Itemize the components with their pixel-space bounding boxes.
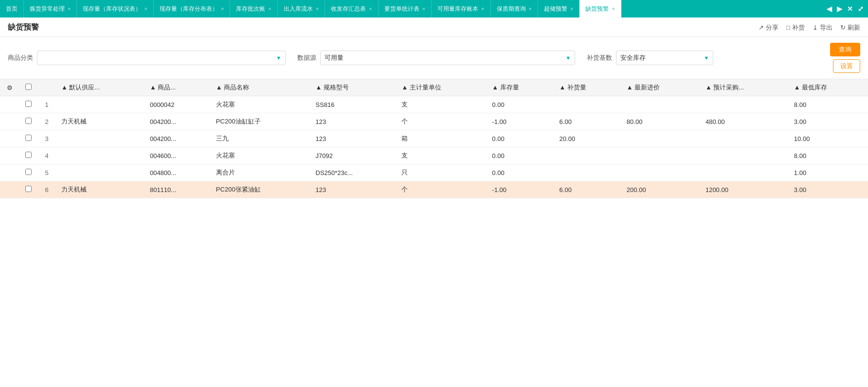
row-stock-3: 0.00	[487, 130, 554, 147]
th-estimated-purchase[interactable]: ▲ 预计采购...	[701, 79, 789, 96]
tab-expiry-query[interactable]: 保质期查询 ×	[491, 0, 538, 18]
row-num-5: 5	[37, 164, 56, 181]
row-num-4: 4	[37, 147, 56, 164]
row-spec-2: 123	[311, 113, 397, 130]
row-product-code-3: 004200...	[145, 130, 211, 147]
close-batch-account[interactable]: ×	[268, 6, 271, 12]
tab-inventory-status[interactable]: 现存量（库存状况表） ×	[77, 0, 153, 18]
row-select-5[interactable]	[25, 169, 32, 175]
th-gear[interactable]: ⚙	[0, 79, 19, 96]
tab-batch-account[interactable]: 库存批次账 ×	[230, 0, 277, 18]
row-num-1: 1	[37, 96, 56, 113]
tab-available-ledger[interactable]: 可用量库存账本 ×	[432, 0, 490, 18]
query-button[interactable]: 查询	[830, 43, 860, 56]
tab-inout-flow[interactable]: 出入库流水 ×	[278, 0, 325, 18]
row-select-4[interactable]	[25, 152, 32, 158]
row-estimated-purchase-5	[701, 164, 789, 181]
th-default-supplier[interactable]: ▲ 默认供应...	[56, 79, 145, 96]
close-inventory-dist[interactable]: ×	[221, 6, 224, 12]
close-overstock-warning[interactable]: ×	[570, 6, 573, 12]
tab-next-btn[interactable]: ▶	[834, 5, 845, 13]
th-replenish-qty[interactable]: ▲ 补货量	[555, 79, 622, 96]
tab-inventory-dist[interactable]: 现存量（库存分布表） ×	[154, 0, 230, 18]
close-available-ledger[interactable]: ×	[481, 6, 484, 12]
tab-receipt-summary[interactable]: 收发存汇总表 ×	[325, 0, 378, 18]
row-stock-4: 0.00	[487, 147, 554, 164]
category-filter-label: 商品分类	[8, 53, 33, 62]
row-stock-1: 0.00	[487, 96, 554, 113]
row-product-code-2: 004200...	[145, 113, 211, 130]
tab-overstock-warning[interactable]: 超储预警 ×	[538, 0, 579, 18]
row-select-6[interactable]	[25, 186, 32, 192]
row-supplier-6: 力天机械	[56, 181, 145, 198]
header-actions: ↗ 分享 □ 补货 ⤓ 导出 ↻ 刷新	[759, 23, 860, 32]
tab-home[interactable]: 首页	[0, 0, 24, 18]
tab-order-stats[interactable]: 要货单统计表 ×	[379, 0, 432, 18]
row-product-code-4: 004600...	[145, 147, 211, 164]
share-icon: ↗	[759, 24, 764, 31]
row-unit-5: 只	[397, 164, 487, 181]
row-supplier-1	[56, 96, 145, 113]
row-min-stock-6: 3.00	[789, 181, 868, 198]
row-num-6: 6	[37, 181, 56, 198]
row-checkbox-3[interactable]	[19, 130, 37, 147]
close-shortage-warning[interactable]: ×	[612, 6, 615, 12]
row-spec-1: SS816	[311, 96, 397, 113]
row-checkbox-4[interactable]	[19, 147, 37, 164]
row-unit-2: 个	[397, 113, 487, 130]
close-inout-flow[interactable]: ×	[316, 6, 319, 12]
row-product-name-6: PC200张紧油缸	[211, 181, 311, 198]
tab-shortage-warning[interactable]: 缺货预警 ×	[579, 0, 621, 18]
th-product-name[interactable]: ▲ 商品名称	[211, 79, 311, 96]
replenish-base-dropdown-arrow: ▼	[704, 55, 709, 61]
row-gear-1	[0, 96, 19, 113]
tab-close-all-btn[interactable]: ✕	[845, 5, 855, 13]
close-order-stats[interactable]: ×	[422, 6, 425, 12]
row-checkbox-1[interactable]	[19, 96, 37, 113]
table-row: 4 004600... 火花塞 J7092 支 0.00 8.00	[0, 147, 868, 164]
datasource-filter-label: 数据源	[297, 53, 316, 62]
replenish-base-select[interactable]: 安全库存 ▼	[616, 51, 713, 65]
th-stock[interactable]: ▲ 库存量	[487, 79, 554, 96]
tab-stale-exception[interactable]: 炼货异常处理 ×	[24, 0, 77, 18]
row-replenish-qty-3: 20.00	[555, 130, 622, 147]
row-supplier-3	[56, 130, 145, 147]
row-checkbox-5[interactable]	[19, 164, 37, 181]
row-select-2[interactable]	[25, 118, 32, 124]
row-gear-6	[0, 181, 19, 198]
th-min-stock[interactable]: ▲ 最低库存	[789, 79, 868, 96]
row-product-name-4: 火花塞	[211, 147, 311, 164]
select-all-checkbox[interactable]	[25, 84, 32, 90]
row-product-name-3: 三九	[211, 130, 311, 147]
data-table: ⚙ ▲ 默认供应... ▲ 商品... ▲ 商品名称 ▲ 规格型号	[0, 79, 868, 198]
tab-expand-btn[interactable]: ⤢	[855, 5, 866, 13]
close-stale-exception[interactable]: ×	[68, 6, 71, 12]
th-product-code[interactable]: ▲ 商品...	[145, 79, 211, 96]
setting-button[interactable]: 设置	[833, 59, 860, 73]
row-checkbox-6[interactable]	[19, 181, 37, 198]
row-latest-price-6: 200.00	[622, 181, 701, 198]
row-spec-4: J7092	[311, 147, 397, 164]
category-select[interactable]: ▼	[37, 51, 286, 65]
row-checkbox-2[interactable]	[19, 113, 37, 130]
close-expiry-query[interactable]: ×	[529, 6, 532, 12]
th-spec[interactable]: ▲ 规格型号	[311, 79, 397, 96]
close-receipt-summary[interactable]: ×	[369, 6, 372, 12]
data-table-wrap: ⚙ ▲ 默认供应... ▲ 商品... ▲ 商品名称 ▲ 规格型号	[0, 79, 868, 198]
row-unit-3: 箱	[397, 130, 487, 147]
row-stock-2: -1.00	[487, 113, 554, 130]
export-button[interactable]: ⤓ 导出	[813, 23, 832, 32]
category-dropdown-arrow: ▼	[276, 55, 281, 61]
replenish-button[interactable]: □ 补货	[786, 23, 805, 32]
tab-prev-btn[interactable]: ◀	[824, 5, 834, 13]
close-inventory-status[interactable]: ×	[144, 6, 147, 12]
th-latest-price[interactable]: ▲ 最新进价	[622, 79, 701, 96]
th-checkbox[interactable]	[19, 79, 37, 96]
row-select-3[interactable]	[25, 135, 32, 141]
row-select-1[interactable]	[25, 101, 32, 107]
refresh-button[interactable]: ↻ 刷新	[840, 23, 860, 32]
row-stock-6: -1.00	[487, 181, 554, 198]
share-button[interactable]: ↗ 分享	[759, 23, 778, 32]
th-unit[interactable]: ▲ 主计量单位	[397, 79, 487, 96]
datasource-select[interactable]: 可用量 ▼	[320, 51, 575, 65]
